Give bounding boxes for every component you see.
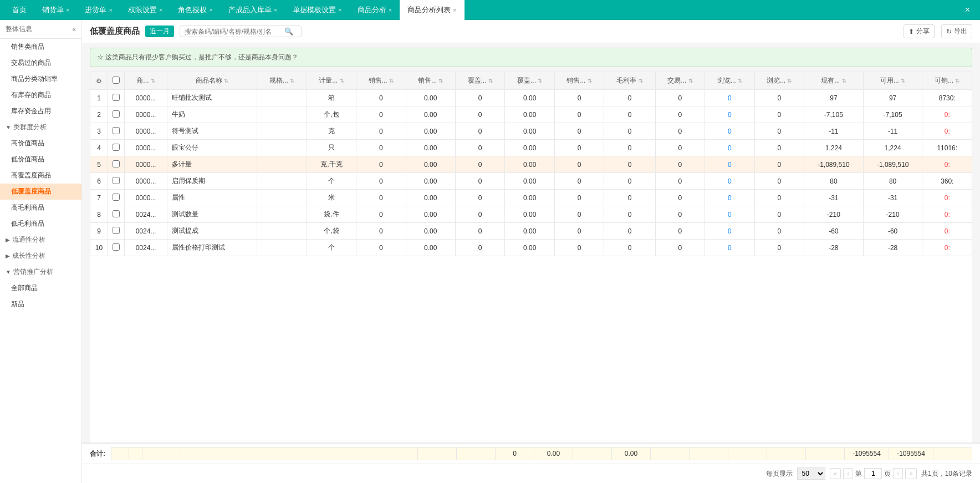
row-browse1[interactable]: 0: [705, 173, 754, 190]
page-number-input[interactable]: [864, 468, 882, 479]
col-name[interactable]: 商品名称 ⇅: [167, 72, 257, 90]
row-checkbox[interactable]: [108, 106, 125, 123]
nav-purchase[interactable]: 进货单 ×: [77, 0, 120, 20]
prev-page-button[interactable]: ‹: [843, 468, 853, 479]
sidebar-item-traded-goods[interactable]: 交易过的商品: [0, 55, 81, 71]
nav-prod-stock[interactable]: 产成品入库单 ×: [221, 0, 285, 20]
sidebar-item-high-profit[interactable]: 高毛利商品: [0, 200, 81, 216]
next-page-button[interactable]: ›: [893, 468, 903, 479]
row-browse1[interactable]: 0: [705, 140, 754, 156]
row-browse1[interactable]: 0: [705, 123, 754, 140]
nav-purchase-close[interactable]: ×: [109, 0, 112, 20]
col-current-stock[interactable]: 现有... ⇅: [804, 72, 864, 90]
row-browse1[interactable]: 0: [705, 240, 754, 256]
row-browse1[interactable]: 0: [705, 223, 754, 240]
search-input[interactable]: [185, 28, 284, 35]
row-browse1[interactable]: 0: [705, 90, 754, 106]
browse-link[interactable]: 0: [728, 194, 732, 202]
close-all-button[interactable]: ×: [959, 5, 976, 15]
col-coverage2[interactable]: 覆盖... ⇅: [505, 72, 554, 90]
nav-home[interactable]: 首页: [4, 0, 34, 20]
browse-link[interactable]: 0: [728, 111, 732, 119]
export-button[interactable]: ↻ 导出: [941, 24, 972, 38]
nav-prod-close[interactable]: ×: [274, 0, 277, 20]
row-checkbox[interactable]: [108, 206, 125, 223]
browse-link[interactable]: 0: [728, 227, 732, 235]
nav-role-close[interactable]: ×: [209, 0, 212, 20]
row-checkbox[interactable]: [108, 123, 125, 140]
col-spec[interactable]: 规格... ⇅: [257, 72, 307, 90]
nav-sales[interactable]: 销货单 ×: [34, 0, 77, 20]
row-checkbox[interactable]: [108, 90, 125, 106]
sidebar-section-flow[interactable]: ▶ 流通性分析: [0, 232, 81, 248]
nav-perm-close[interactable]: ×: [159, 0, 162, 20]
col-browse2[interactable]: 浏览... ⇅: [754, 72, 804, 90]
table-wrapper[interactable]: ⚙ 商... ⇅ 商品名称 ⇅ 规格... ⇅ 计量... ⇅ 销售... ⇅ …: [90, 72, 972, 443]
nav-perm-settings[interactable]: 权限设置 ×: [120, 0, 170, 20]
sidebar-item-low-value[interactable]: 低价值商品: [0, 151, 81, 167]
col-sales-amount[interactable]: 销售... ⇅: [406, 72, 455, 90]
row-browse1[interactable]: 0: [705, 206, 754, 223]
first-page-button[interactable]: «: [830, 468, 841, 479]
sidebar-item-all-goods[interactable]: 全部商品: [0, 280, 81, 296]
row-select-checkbox[interactable]: [113, 94, 120, 101]
sidebar-section-cluster[interactable]: ▼ 类群度分析: [0, 119, 81, 135]
row-select-checkbox[interactable]: [113, 210, 120, 217]
sidebar-header[interactable]: 整体信息 «: [0, 20, 81, 39]
row-checkbox[interactable]: [108, 140, 125, 156]
sidebar-item-high-coverage[interactable]: 高覆盖度商品: [0, 167, 81, 184]
browse-link[interactable]: 0: [728, 244, 732, 252]
browse-link[interactable]: 0: [728, 144, 732, 152]
row-checkbox[interactable]: [108, 190, 125, 206]
nav-template-close[interactable]: ×: [338, 0, 341, 20]
sidebar-item-sales-goods[interactable]: 销售类商品: [0, 39, 81, 55]
sidebar-item-low-coverage[interactable]: 低覆盖度商品: [0, 184, 81, 200]
row-checkbox[interactable]: [108, 223, 125, 240]
sidebar-item-high-value[interactable]: 高价值商品: [0, 135, 81, 151]
nav-analysis[interactable]: 商品分析 ×: [350, 0, 400, 20]
row-browse1[interactable]: 0: [705, 190, 754, 206]
col-sales-count[interactable]: 销售... ⇅: [356, 72, 406, 90]
search-icon[interactable]: 🔍: [284, 27, 293, 35]
row-select-checkbox[interactable]: [113, 243, 120, 251]
nav-analysis-close[interactable]: ×: [389, 0, 392, 20]
browse-link[interactable]: 0: [728, 161, 732, 169]
col-gross-margin[interactable]: 毛利率 ⇅: [604, 72, 655, 90]
row-checkbox[interactable]: [108, 156, 125, 173]
nav-analysis-list-close[interactable]: ×: [453, 0, 456, 20]
browse-link[interactable]: 0: [728, 177, 732, 185]
browse-link[interactable]: 0: [728, 94, 732, 102]
sidebar-item-low-profit[interactable]: 低毛利商品: [0, 216, 81, 232]
col-available-stock[interactable]: 可用... ⇅: [863, 72, 922, 90]
row-checkbox[interactable]: [108, 240, 125, 256]
browse-link[interactable]: 0: [728, 211, 732, 218]
browse-link[interactable]: 0: [728, 128, 732, 135]
col-sellable[interactable]: 可销... ⇅: [922, 72, 972, 90]
row-select-checkbox[interactable]: [113, 177, 120, 184]
share-button[interactable]: ⬆ 分享: [904, 24, 935, 38]
sidebar-section-growth[interactable]: ▶ 成长性分析: [0, 248, 81, 264]
row-browse1[interactable]: 0: [705, 156, 754, 173]
nav-role-auth[interactable]: 角色授权 ×: [170, 0, 220, 20]
sidebar-item-new-goods[interactable]: 新品: [0, 296, 81, 312]
nav-sales-close[interactable]: ×: [66, 0, 69, 20]
col-settings[interactable]: ⚙: [90, 72, 108, 90]
col-browse1[interactable]: 浏览... ⇅: [705, 72, 754, 90]
row-checkbox[interactable]: [108, 173, 125, 190]
select-all-checkbox[interactable]: [113, 77, 120, 84]
sidebar-item-category-rate[interactable]: 商品分类动销率: [0, 71, 81, 87]
nav-analysis-list[interactable]: 商品分析列表 ×: [400, 0, 464, 20]
row-select-checkbox[interactable]: [113, 110, 120, 118]
row-select-checkbox[interactable]: [113, 194, 120, 201]
sidebar-item-stocked-goods[interactable]: 有库存的商品: [0, 87, 81, 103]
row-select-checkbox[interactable]: [113, 227, 120, 234]
col-checkbox[interactable]: [108, 72, 125, 90]
page-size-select[interactable]: 50 100 200: [797, 467, 825, 480]
sidebar-section-marketing[interactable]: ▼ 营销推广分析: [0, 264, 81, 280]
row-select-checkbox[interactable]: [113, 160, 120, 167]
sidebar-item-stock-funds[interactable]: 库存资金占用: [0, 103, 81, 119]
col-code[interactable]: 商... ⇅: [125, 72, 167, 90]
row-select-checkbox[interactable]: [113, 144, 120, 151]
row-browse1[interactable]: 0: [705, 106, 754, 123]
row-select-checkbox[interactable]: [113, 127, 120, 134]
